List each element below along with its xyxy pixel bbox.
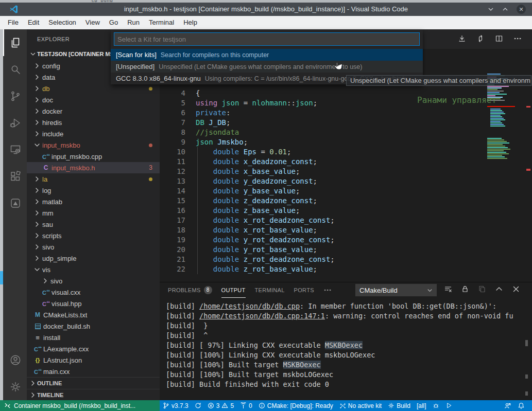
menu-file[interactable]: File — [3, 16, 23, 29]
status-ports[interactable]: 0 — [237, 402, 255, 409]
panel-tab-terminal[interactable]: TERMINAL — [255, 283, 285, 298]
status-build-target[interactable]: [all] — [414, 402, 430, 409]
tree-folder-input_mskbo[interactable]: input_mskbo — [27, 139, 160, 151]
status-sync[interactable] — [192, 402, 204, 409]
activity-manage[interactable] — [3, 373, 27, 400]
output-channel-select[interactable]: CMake/Build — [355, 284, 437, 296]
menu-view[interactable]: View — [81, 16, 105, 29]
tree-folder-doc[interactable]: doc — [27, 94, 160, 105]
output-line: [build] [100%] Linking CXX executable ms… — [166, 350, 525, 360]
activity-extensions[interactable] — [3, 163, 27, 190]
status-cmake-status[interactable]: CMake: [Debug]: Ready — [255, 402, 336, 409]
code-line: 18 double x_rot_base_value; — [160, 225, 532, 235]
tree-file-lastruct.json[interactable]: {}LAstruct.json — [27, 354, 160, 366]
clear-output-icon[interactable] — [443, 284, 453, 294]
more-actions-icon[interactable] — [512, 33, 523, 44]
status-problems[interactable]: 35 — [204, 402, 237, 409]
menu-help[interactable]: Help — [179, 16, 202, 29]
status-cmake-build[interactable]: Build — [385, 402, 414, 409]
tree-file-input_mskbo.cpp[interactable]: C++input_mskbo.cpp — [27, 151, 160, 162]
split-editor-icon[interactable] — [494, 33, 504, 44]
status-active-kit[interactable]: No active kit — [336, 402, 385, 409]
tree-folder-matlab[interactable]: matlab — [27, 196, 160, 207]
status-notifications[interactable] — [514, 402, 528, 409]
remote-indicator[interactable]: Container mskbo_build (/mskbo_build_inst… — [0, 400, 160, 411]
tree-file-docker_build.sh[interactable]: docker_build.sh — [27, 320, 160, 332]
section-label: OUTLINE — [37, 380, 62, 386]
code-line: 17 double x_rot_deadzone_const; — [160, 216, 532, 225]
run-below-icon[interactable] — [457, 33, 467, 44]
tree-item-label: visual.hpp — [52, 300, 82, 308]
section-timeline[interactable]: TIMELINE — [27, 389, 160, 400]
cpp-file-icon: C++ — [33, 346, 42, 352]
menu-go[interactable]: Go — [105, 16, 123, 29]
tree-folder-la[interactable]: la — [27, 173, 160, 185]
file-link[interactable]: /home/testjson/db/db.cpp:147:1 — [199, 312, 325, 320]
remote-label: Container mskbo_build (/mskbo_build_inst… — [14, 402, 135, 409]
section-outline[interactable]: OUTLINE — [27, 377, 160, 389]
window-minimize-button[interactable] — [486, 4, 496, 14]
tree-folder-sivo[interactable]: sivo — [27, 275, 160, 287]
panel-tab-ports[interactable]: PORTS — [294, 283, 314, 298]
code-text: double y_deadzone_const; — [196, 176, 317, 186]
kit-tooltip: Unspecified (Let CMake guess what compil… — [346, 75, 531, 86]
code-line: 20 double y_rot_base_value; — [160, 245, 532, 255]
menu-bar: FileEditSelectionViewGoRunTerminalHelp — [0, 16, 532, 29]
panel-tab-label: OUTPUT — [221, 287, 246, 293]
code-text: //jsondata — [196, 128, 239, 137]
menu-selection[interactable]: Selection — [44, 16, 80, 29]
menu-edit[interactable]: Edit — [23, 16, 44, 29]
maximize-panel-icon[interactable] — [494, 284, 504, 294]
activity-accounts[interactable] — [3, 347, 27, 373]
tree-folder-udp_simple[interactable]: udp_simple — [27, 253, 160, 264]
status-ports-label: 0 — [249, 402, 252, 409]
tree-file-main.cxx[interactable]: C++main.cxx — [27, 366, 160, 377]
activity-search[interactable] — [3, 56, 27, 83]
close-panel-icon[interactable] — [511, 284, 521, 294]
tree-file-cmakelists.txt[interactable]: MCMakeLists.txt — [27, 309, 160, 320]
panel-tab-problems[interactable]: PROBLEMS8 — [168, 283, 212, 298]
menu-terminal[interactable]: Terminal — [144, 16, 179, 29]
activity-run-and-debug[interactable] — [3, 110, 27, 136]
switch-header-source-icon[interactable] — [475, 33, 486, 44]
tree-item-label: sivo — [50, 277, 62, 285]
tree-folder-db[interactable]: db — [27, 83, 160, 94]
tree-file-visual.cxx[interactable]: C++visual.cxx — [27, 287, 160, 298]
activity-source-control[interactable] — [3, 83, 27, 110]
panel-more-actions-icon[interactable] — [323, 283, 332, 298]
status-debug[interactable] — [430, 402, 442, 409]
tree-file-laexample.cxx[interactable]: C++LAexample.cxx — [27, 343, 160, 354]
tree-folder-log[interactable]: log — [27, 185, 160, 196]
code-line: 14 double y_base_value; — [160, 186, 532, 196]
activity-remote-explorer[interactable] — [3, 136, 27, 163]
files-icon — [9, 37, 22, 49]
window-close-button[interactable]: ✕ — [517, 5, 526, 14]
tree-folder-vis[interactable]: vis — [27, 264, 160, 275]
status-cmake-version[interactable]: v3.7.3 — [160, 402, 192, 409]
tree-file-visual.hpp[interactable]: C++visual.hpp — [27, 298, 160, 309]
kit-option-1[interactable]: [Unspecified]Unspecified (Let CMake gues… — [111, 61, 423, 73]
quick-pick-input[interactable] — [114, 33, 419, 45]
kit-option-0[interactable]: [Scan for kits]Search for compilers on t… — [111, 49, 423, 61]
window-maximize-button[interactable] — [500, 4, 510, 14]
panel-tab-output[interactable]: OUTPUT — [221, 283, 246, 298]
scroll-lock-icon[interactable] — [460, 284, 470, 294]
file-link[interactable]: /home/testjson/db/db.cpp — [199, 302, 300, 310]
activity-cmake-tools[interactable] — [3, 190, 27, 217]
tree-folder-hiredis[interactable]: hiredis — [27, 117, 160, 128]
tree-folder-sau[interactable]: sau — [27, 219, 160, 230]
tree-file-install[interactable]: ≡install — [27, 332, 160, 343]
tree-folder-docker[interactable]: docker — [27, 105, 160, 117]
tree-folder-sivo[interactable]: sivo — [27, 241, 160, 253]
activity-explorer[interactable] — [3, 29, 27, 56]
line-number: 16 — [160, 206, 185, 216]
tree-folder-mm[interactable]: mm — [27, 207, 160, 219]
tree-folder-include[interactable]: include — [27, 128, 160, 139]
tree-folder-scripts[interactable]: scripts — [27, 230, 160, 241]
status-feedback[interactable] — [501, 402, 514, 409]
status-launch[interactable] — [442, 402, 455, 409]
menu-run[interactable]: Run — [123, 16, 144, 29]
status-build-target-label: [all] — [417, 402, 426, 409]
tree-file-input_mskbo.h[interactable]: Cinput_mskbo.h3 — [27, 162, 160, 173]
code-line: 6private: — [160, 108, 532, 118]
